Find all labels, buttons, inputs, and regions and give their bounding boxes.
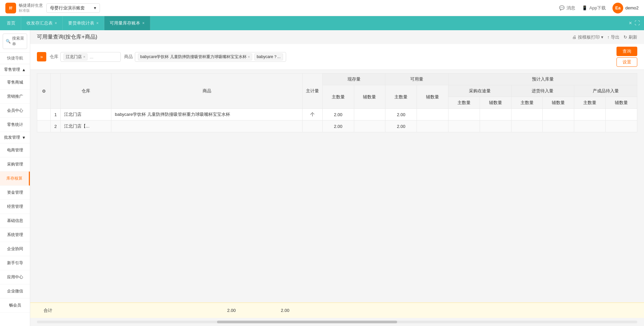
sidebar-item-ecommerce[interactable]: 电商管理 <box>0 143 30 157</box>
th-pur-transit-main: 主数量 <box>448 97 480 109</box>
avatar: Ea <box>612 3 623 13</box>
th-avail-main: 主数量 <box>385 85 417 109</box>
search-menu-button[interactable]: 🔍 搜索菜单 <box>3 34 27 49</box>
row-pur-transit-aux <box>480 109 511 121</box>
sidebar-item-new-guide[interactable]: 新手引导 <box>0 256 30 270</box>
close-all-tabs-button[interactable]: × <box>629 20 632 26</box>
horizontal-scrollbar[interactable] <box>30 318 644 326</box>
sidebar-item-basic-info[interactable]: 基础信息 <box>0 214 30 228</box>
main-layout: 🔍 搜索菜单 快捷导航 零售管理 ▲ 零售商城 营销推广 会员中心 零售统计 批… <box>0 30 644 326</box>
sidebar-item-marketing[interactable]: 营销推广 <box>0 90 30 104</box>
th-pur-pending-main: 主数量 <box>511 97 543 109</box>
row-warehouse: 江北门店【... <box>61 121 111 132</box>
warehouse-filter-group: 仓库 江北门店 × ... <box>50 52 121 62</box>
chevron-down-icon: ▾ <box>94 5 96 10</box>
filter-actions: 查询 设置 <box>616 47 637 67</box>
sidebar-item-retail-mgmt[interactable]: 零售管理 ▲ <box>0 64 30 76</box>
message-button[interactable]: 💬 消息 <box>559 5 575 11</box>
row-current-aux <box>354 109 385 121</box>
remove-warehouse-tag[interactable]: × <box>83 55 85 59</box>
row-product <box>111 121 302 132</box>
sidebar-item-member[interactable]: 会员中心 <box>0 104 30 118</box>
sidebar-item-member2[interactable]: 畅会员 <box>0 298 30 313</box>
close-tab-order[interactable]: × <box>96 21 99 25</box>
row-current-main: 2.00 <box>322 109 354 121</box>
table-row: 1 江北门店 babycare学饮杯 儿童防摔防撞吸管杯重力球吸嘴杯宝宝水杯 个… <box>37 109 637 121</box>
page-title: 可用量查询(按仓库+商品) <box>37 34 97 41</box>
filter-expand-button[interactable]: » <box>37 52 46 61</box>
table-row: 2 江北门店【... 2.00 2.00 <box>37 121 637 132</box>
row-pur-pending-aux <box>543 109 574 121</box>
row-product: babycare学饮杯 儿童防摔防撞吸管杯重力球吸嘴杯宝宝水杯 <box>111 109 302 121</box>
row-index: 1 <box>51 109 61 121</box>
th-prod-pending-aux: 辅数量 <box>606 97 637 109</box>
sidebar-item-quick-nav[interactable]: 快捷导航 <box>0 53 30 64</box>
app-download-button[interactable]: 📱 App下载 <box>582 5 606 11</box>
product-tag-1[interactable]: babycare学饮杯 儿童防摔防撞吸管杯重力球吸嘴杯宝宝水杯 × <box>138 53 252 60</box>
inventory-table: ⚙ 仓库 商品 主计量 现存量 <box>37 73 637 132</box>
th-product-pending: 产成品待入量 <box>574 85 637 97</box>
page-actions: 🖨 按模板打印 ▾ ↑ 导出 ↻ 刷新 <box>572 34 638 40</box>
th-pur-pending-aux: 辅数量 <box>543 97 574 109</box>
row-pur-transit-main <box>448 109 480 121</box>
sidebar-item-retail-stats[interactable]: 零售统计 <box>0 118 30 132</box>
row-pur-transit-aux <box>480 121 511 132</box>
scroll-track[interactable] <box>37 321 637 323</box>
sidebar-item-app-center[interactable]: 应用中心 <box>0 270 30 284</box>
warehouse-input[interactable]: 江北门店 × ... <box>60 52 121 62</box>
nav-spacer <box>150 16 626 30</box>
user-area[interactable]: Ea demo2 <box>612 3 639 13</box>
sidebar-item-inventory[interactable]: 库存核算 <box>0 172 30 186</box>
row-main-unit: 个 <box>302 109 322 121</box>
remove-product-tag-1[interactable]: × <box>248 55 250 59</box>
row-prod-pending-main <box>574 109 606 121</box>
close-tab-receipt[interactable]: × <box>55 21 57 25</box>
search-icon: 🔍 <box>6 39 11 44</box>
th-current-main: 主数量 <box>322 85 354 109</box>
top-bar-left: 好 畅捷通好生意 标准版 母婴行业演示账套 ▾ <box>5 3 100 13</box>
summary-avail-main: 2.00 <box>272 308 299 313</box>
tab-available-stock[interactable]: 可用量库存账本 × <box>104 16 150 30</box>
refresh-button[interactable]: ↻ 刷新 <box>624 34 637 40</box>
settings-button[interactable]: 设置 <box>616 57 637 67</box>
print-template-button[interactable]: 🖨 按模板打印 ▾ <box>572 34 603 40</box>
refresh-icon: ↻ <box>624 35 627 40</box>
user-name: demo2 <box>625 5 639 10</box>
sidebar-item-enterprise[interactable]: 企业协同 <box>0 242 30 256</box>
warehouse-tag[interactable]: 江北门店 × <box>63 53 88 60</box>
tab-receipt-summary[interactable]: 收发存汇总表 × <box>21 16 63 30</box>
th-purchase-transit: 采购在途量 <box>448 85 512 97</box>
export-button[interactable]: ↑ 导出 <box>607 34 620 40</box>
sidebar-item-purchase[interactable]: 采购管理 <box>0 157 30 172</box>
query-button[interactable]: 查询 <box>616 47 637 56</box>
product-input[interactable]: babycare学饮杯 儿童防摔防撞吸管杯重力球吸嘴杯宝宝水杯 × babyca… <box>135 52 286 62</box>
th-product: 商品 <box>111 74 302 109</box>
page-header: 可用量查询(按仓库+商品) 🖨 按模板打印 ▾ ↑ 导出 ↻ 刷新 <box>30 30 644 44</box>
th-pur-transit-aux: 辅数量 <box>480 97 511 109</box>
row-avail-main: 2.00 <box>385 121 417 132</box>
sidebar-item-system[interactable]: 系统管理 <box>0 228 30 242</box>
table-container[interactable]: ⚙ 仓库 商品 主计量 现存量 <box>30 70 644 302</box>
th-settings[interactable]: ⚙ <box>37 74 51 109</box>
sidebar-item-finance[interactable]: 资金管理 <box>0 186 30 200</box>
warehouse-ellipsis[interactable]: ... <box>90 54 93 59</box>
template-selector[interactable]: 母婴行业演示账套 ▾ <box>46 3 100 13</box>
sidebar-item-wholesale-mgmt[interactable]: 批发管理 ▼ <box>0 132 30 143</box>
print-chevron-icon: ▾ <box>601 35 603 40</box>
tab-order-stats[interactable]: 要货单统计表 × <box>63 16 104 30</box>
sidebar-item-wechat[interactable]: 企业微信 <box>0 284 30 298</box>
warehouse-label: 仓库 <box>50 54 58 60</box>
product-label: 商品 <box>124 54 133 60</box>
message-icon: 💬 <box>559 5 565 10</box>
maximize-button[interactable]: ⛶ <box>635 20 640 26</box>
tab-home[interactable]: 首页 <box>1 16 21 30</box>
sidebar-item-operations[interactable]: 经营管理 <box>0 200 30 214</box>
row-current-main: 2.00 <box>322 121 354 132</box>
chevron-icon-2: ▼ <box>22 135 26 140</box>
close-tab-available[interactable]: × <box>142 21 145 25</box>
row-settings <box>37 121 51 132</box>
sidebar-item-retail-mall[interactable]: 零售商城 <box>0 76 30 90</box>
product-tag-2[interactable]: babycare？... <box>254 53 283 60</box>
scroll-thumb[interactable] <box>217 321 397 323</box>
sidebar: 🔍 搜索菜单 快捷导航 零售管理 ▲ 零售商城 营销推广 会员中心 零售统计 批… <box>0 30 30 326</box>
